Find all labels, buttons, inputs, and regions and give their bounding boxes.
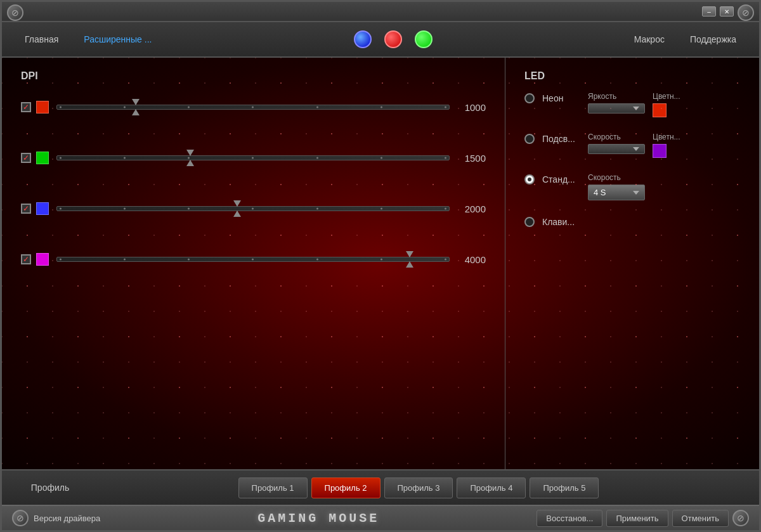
- led-section-keyboard: Клави...: [524, 216, 740, 227]
- led-brightness-dropdown[interactable]: [588, 103, 645, 114]
- window-controls: – ✕: [702, 6, 734, 16]
- dot-blue[interactable]: [354, 30, 372, 48]
- minimize-button[interactable]: –: [702, 6, 716, 16]
- led-brightness-label: Яркость: [588, 92, 645, 101]
- led-section-neon: Неон Яркость Цветн...: [524, 92, 740, 117]
- title-icon-right: ⊘: [738, 4, 754, 21]
- dpi-slider-1[interactable]: [56, 94, 450, 120]
- restore-button[interactable]: Восстанов...: [537, 510, 602, 527]
- dpi-title: DPI: [21, 70, 486, 82]
- dpi-color-3[interactable]: [36, 202, 49, 215]
- led-speed-backlight-group: Скорость: [588, 133, 645, 154]
- dpi-slider-2[interactable]: [56, 145, 450, 171]
- led-label-backlight: Подсв...: [542, 134, 580, 144]
- tab-support[interactable]: Поддержка: [677, 29, 749, 49]
- title-icon-left: ⊘: [7, 4, 23, 21]
- dpi-checkbox-3[interactable]: [21, 204, 31, 214]
- led-section-standard: Станд... Скорость 4 S: [524, 173, 740, 200]
- led-label-keyboard: Клави...: [542, 217, 580, 227]
- dpi-slider-3[interactable]: [56, 196, 450, 221]
- led-controls-neon: Яркость Цветн...: [588, 92, 740, 117]
- profile-btn-1[interactable]: Профиль 1: [238, 477, 308, 498]
- profile-btn-2[interactable]: Профиль 2: [311, 477, 380, 498]
- main-content: DPI: [2, 58, 759, 469]
- led-radio-standard[interactable]: [524, 174, 535, 185]
- led-radio-neon[interactable]: [524, 93, 535, 103]
- tab-advanced[interactable]: Расширенные ...: [71, 29, 164, 49]
- dpi-panel: DPI: [2, 58, 505, 469]
- status-app-title: GAMING MOUSE: [257, 511, 379, 526]
- led-speed-standard-group: Скорость 4 S: [588, 173, 645, 200]
- led-panel: LED Неон Яркость: [505, 58, 759, 469]
- status-icon-left: ⊘: [12, 510, 29, 526]
- tab-macro[interactable]: Макрос: [621, 29, 677, 49]
- led-speed-standard-dropdown[interactable]: 4 S: [588, 185, 645, 200]
- led-speed-backlight-label: Скорость: [588, 133, 645, 141]
- led-color-backlight-label: Цветн...: [653, 133, 680, 141]
- close-button[interactable]: ✕: [720, 6, 734, 16]
- led-color-backlight-swatch[interactable]: [653, 144, 667, 158]
- dpi-checkbox-2[interactable]: [21, 153, 31, 163]
- dpi-row-1: 1000: [21, 94, 486, 120]
- status-right: Восстанов... Применить Отменить ⊘: [537, 510, 749, 527]
- profile-label: Профиль: [12, 483, 88, 493]
- led-controls-backlight: Скорость Цветн...: [588, 133, 740, 158]
- led-color-neon-swatch[interactable]: [653, 103, 667, 117]
- status-left: ⊘ Версия драйвера: [12, 510, 100, 526]
- dot-green[interactable]: [415, 30, 433, 48]
- led-speed-backlight-dropdown[interactable]: [588, 144, 645, 154]
- status-version-text: Версия драйвера: [34, 514, 100, 523]
- dpi-slider-4[interactable]: [56, 247, 450, 272]
- apply-button[interactable]: Применить: [606, 510, 668, 527]
- led-label-neon: Неон: [542, 93, 580, 103]
- led-controls-standard: Скорость 4 S: [588, 173, 740, 200]
- dpi-value-1: 1000: [457, 102, 486, 113]
- led-title: LED: [524, 70, 740, 82]
- led-radio-keyboard[interactable]: [524, 217, 535, 227]
- dpi-row-2: 1500: [21, 145, 486, 171]
- app-window: ⊘ – ✕ ⊘ Главная Расширенные ... Макрос П…: [0, 0, 761, 532]
- profile-buttons: Профиль 1 Профиль 2 Профиль 3 Профиль 4 …: [88, 477, 749, 498]
- dpi-color-1[interactable]: [36, 101, 49, 114]
- nav-bar: Главная Расширенные ... Макрос Поддержка: [2, 22, 759, 58]
- led-section-backlight: Подсв... Скорость Цветн...: [524, 133, 740, 158]
- dpi-value-4: 4000: [457, 254, 486, 265]
- dpi-value-2: 1500: [457, 153, 486, 164]
- nav-right-tabs: Макрос Поддержка: [621, 29, 749, 49]
- dpi-color-2[interactable]: [36, 152, 49, 164]
- dpi-row-3: 2000: [21, 196, 486, 221]
- dropdown-arrow-speed-backlight: [633, 147, 639, 151]
- tab-main[interactable]: Главная: [12, 29, 71, 49]
- profile-btn-4[interactable]: Профиль 4: [457, 477, 526, 498]
- title-bar: ⊘ – ✕ ⊘: [2, 2, 759, 22]
- status-bar: ⊘ Версия драйвера GAMING MOUSE Восстанов…: [2, 505, 759, 530]
- status-icon-right: ⊘: [732, 510, 749, 526]
- dpi-color-4[interactable]: [36, 253, 49, 266]
- cancel-button[interactable]: Отменить: [672, 510, 729, 527]
- profile-bar: Профиль Профиль 1 Профиль 2 Профиль 3 Пр…: [2, 469, 759, 505]
- dropdown-arrow-speed-standard: [633, 191, 639, 195]
- profile-btn-5[interactable]: Профиль 5: [530, 477, 599, 498]
- dpi-checkbox-1[interactable]: [21, 102, 31, 112]
- led-speed-standard-label: Скорость: [588, 173, 645, 182]
- led-radio-backlight[interactable]: [524, 134, 535, 144]
- led-color-backlight-group: Цветн...: [653, 133, 680, 158]
- nav-color-dots: [183, 30, 602, 48]
- dpi-checkbox-4[interactable]: [21, 254, 31, 264]
- led-color-neon-label: Цветн...: [653, 92, 680, 101]
- dpi-value-3: 2000: [457, 204, 486, 214]
- dot-red[interactable]: [384, 30, 402, 48]
- led-brightness-group: Яркость: [588, 92, 645, 114]
- profile-btn-3[interactable]: Профиль 3: [384, 477, 453, 498]
- led-label-standard: Станд...: [542, 174, 580, 185]
- dpi-row-4: 4000: [21, 247, 486, 272]
- led-color-neon-group: Цветн...: [653, 92, 680, 117]
- dropdown-arrow-brightness: [633, 107, 639, 110]
